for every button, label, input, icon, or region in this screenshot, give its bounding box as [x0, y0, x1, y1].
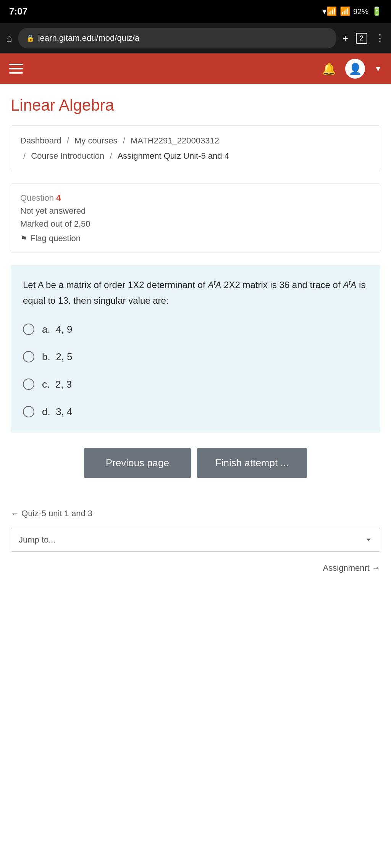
breadcrumb-current: Assignment Quiz Unit-5 and 4: [118, 151, 229, 161]
hamburger-line-3: [9, 72, 23, 74]
url-text: learn.gitam.edu/mod/quiz/a: [38, 33, 139, 43]
breadcrumb-dashboard[interactable]: Dashboard: [20, 136, 61, 145]
flag-question-button[interactable]: ⚑ Flag question: [20, 234, 371, 243]
option-c[interactable]: c. 2, 3: [23, 376, 368, 393]
radio-c[interactable]: [23, 378, 34, 390]
avatar[interactable]: 👤: [345, 59, 365, 79]
question-text: Let A be a matrix of order 1X2 determina…: [23, 277, 368, 309]
status-bar: 7:07 ▾📶 📶 92% 🔋: [0, 0, 391, 23]
prev-quiz-link-text: ← Quiz-5 unit 1 and 3: [11, 509, 92, 519]
lock-icon: 🔒: [26, 34, 34, 42]
answer-options: a. 4, 9 b. 2, 5 c. 2, 3 d. 3, 4: [23, 321, 368, 420]
breadcrumb-sep-1: /: [67, 136, 69, 145]
breadcrumb-section[interactable]: Course Introduction: [31, 151, 104, 161]
main-content: Linear Algebra Dashboard / My courses / …: [0, 84, 391, 868]
app-header: 🔔 👤 ▼: [0, 53, 391, 84]
hamburger-menu[interactable]: [9, 64, 23, 74]
browser-bar: ⌂ 🔒 learn.gitam.edu/mod/quiz/a + 2 ⋮: [0, 23, 391, 53]
signal-icon: 📶: [340, 6, 350, 16]
option-a[interactable]: a. 4, 9: [23, 321, 368, 338]
breadcrumb-sep-3: /: [23, 151, 26, 161]
footer-navigation: ← Quiz-5 unit 1 and 3 Jump to... Assignm…: [11, 501, 380, 581]
next-assignment-link[interactable]: Assignmenrt →: [11, 563, 380, 573]
breadcrumb-course[interactable]: MATH2291_220003312: [131, 136, 219, 145]
question-marks: Marked out of 2.50: [20, 219, 371, 229]
wifi-icon: ▾📶: [322, 6, 337, 16]
radio-b[interactable]: [23, 351, 34, 362]
header-right: 🔔 👤 ▼: [322, 59, 382, 79]
hamburger-line-2: [9, 68, 23, 69]
previous-page-button[interactable]: Previous page: [84, 448, 191, 478]
hamburger-line-1: [9, 64, 23, 65]
next-assignment-text: Assignmenrt →: [323, 563, 380, 573]
profile-dropdown-icon[interactable]: ▼: [374, 64, 382, 73]
radio-d[interactable]: [23, 406, 34, 417]
option-c-label: c. 2, 3: [42, 376, 72, 393]
question-label: Question 4: [20, 193, 371, 203]
option-b[interactable]: b. 2, 5: [23, 348, 368, 365]
option-b-label: b. 2, 5: [42, 348, 73, 365]
flag-question-label: Flag question: [30, 234, 81, 243]
jump-to-select[interactable]: Jump to...: [11, 528, 380, 552]
math-expr-2: AtA: [343, 280, 356, 290]
radio-a[interactable]: [23, 324, 34, 335]
flag-icon: ⚑: [20, 234, 27, 243]
question-number: 4: [56, 193, 61, 203]
page-title: Linear Algebra: [11, 96, 380, 114]
option-d[interactable]: d. 3, 4: [23, 403, 368, 420]
breadcrumb-my-courses[interactable]: My courses: [74, 136, 117, 145]
math-expr-1: AtA: [208, 280, 221, 290]
battery-indicator: 92%: [353, 7, 368, 16]
navigation-buttons: Previous page Finish attempt ...: [11, 448, 380, 478]
notification-bell-icon[interactable]: 🔔: [322, 62, 336, 76]
breadcrumb: Dashboard / My courses / MATH2291_220003…: [11, 125, 380, 171]
option-d-label: d. 3, 4: [42, 403, 73, 420]
option-a-label: a. 4, 9: [42, 321, 73, 338]
more-options-button[interactable]: ⋮: [375, 32, 385, 44]
finish-attempt-button[interactable]: Finish attempt ...: [197, 448, 307, 478]
breadcrumb-sep-2: /: [123, 136, 125, 145]
question-content-box: Let A be a matrix of order 1X2 determina…: [11, 265, 380, 432]
battery-icon: 🔋: [372, 6, 382, 16]
url-bar[interactable]: 🔒 learn.gitam.edu/mod/quiz/a: [18, 28, 336, 48]
home-button[interactable]: ⌂: [6, 32, 12, 44]
tab-count-badge[interactable]: 2: [356, 33, 367, 44]
question-status: Not yet answered: [20, 206, 371, 216]
add-tab-button[interactable]: +: [343, 32, 348, 44]
status-icons: ▾📶 📶 92% 🔋: [322, 6, 382, 16]
breadcrumb-sep-4: /: [110, 151, 112, 161]
status-time: 7:07: [9, 6, 27, 17]
browser-actions: + 2 ⋮: [343, 32, 385, 44]
prev-quiz-link[interactable]: ← Quiz-5 unit 1 and 3: [11, 509, 380, 519]
question-info-box: Question 4 Not yet answered Marked out o…: [11, 184, 380, 253]
